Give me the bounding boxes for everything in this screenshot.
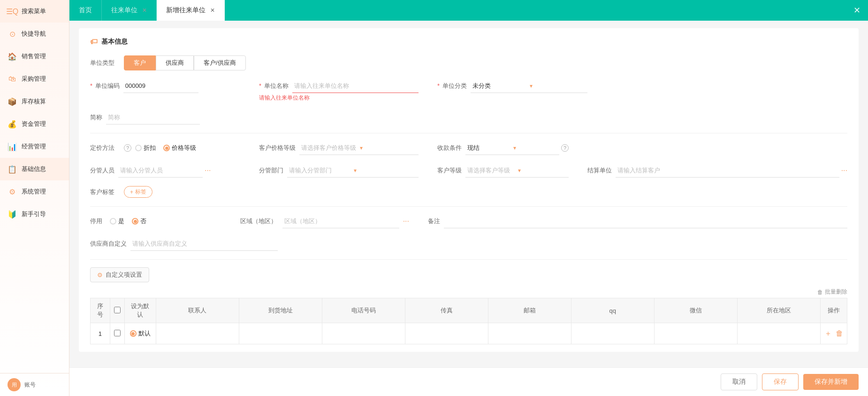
remark-input[interactable] [444, 214, 847, 228]
location-input[interactable] [741, 326, 816, 341]
tab-home[interactable]: 首页 [69, 0, 102, 21]
customer-level-field: 客户等级 请选择客户等级 ▾ [419, 163, 569, 178]
row-address[interactable] [239, 323, 322, 344]
region-field: 区域（地区） ··· [231, 214, 409, 228]
row-actions: ＋ 🗑 [824, 329, 843, 339]
sidebar-label: 系统管理 [22, 187, 46, 196]
row-default-radio[interactable]: 默认 [129, 329, 152, 338]
unit-category-field: * 单位分类 未分类 ▾ [419, 79, 587, 93]
sidebar-item-search-menu[interactable]: ☰Q 搜索菜单 [0, 0, 69, 23]
customer-level-select[interactable]: 请选择客户等级 ▾ [465, 163, 569, 178]
region-more-icon[interactable]: ··· [403, 217, 409, 225]
disable-yes-radio[interactable]: 是 [110, 217, 124, 225]
contact-input[interactable] [160, 326, 235, 341]
manager-input[interactable] [118, 163, 203, 178]
custom-settings-button[interactable]: ⚙ 自定义项设置 [90, 267, 149, 282]
pricing-row: 定价方法 ? 折扣 价格等级 [90, 141, 847, 155]
row-email[interactable] [488, 323, 571, 344]
tab-partner-close[interactable]: ✕ [142, 7, 147, 14]
unit-type-label: 单位类型 [90, 59, 114, 67]
qq-input[interactable] [575, 326, 650, 341]
tab-partner[interactable]: 往来单位 ✕ [102, 0, 157, 21]
customer-level-label: 客户等级 [437, 166, 462, 175]
tab-new-partner[interactable]: 新增往来单位 ✕ [157, 0, 225, 21]
unit-btn-supplier[interactable]: 供应商 [156, 55, 194, 70]
sidebar-item-purchase[interactable]: 🛍 采购管理 [0, 68, 69, 90]
section-title: 🏷 基本信息 [90, 38, 847, 46]
payment-terms-select[interactable]: 现结 ▾ [465, 141, 559, 155]
unit-name-field-wrap: * 单位名称 请输入往来单位名称 [240, 79, 419, 102]
sidebar-label: 资金管理 [22, 120, 46, 128]
settlement-unit-input[interactable] [616, 163, 839, 178]
quick-nav-icon: ⊙ [8, 29, 17, 39]
department-select[interactable]: 请输入分管部门 ▾ [287, 163, 419, 178]
row-contact[interactable] [156, 323, 239, 344]
payment-help-icon[interactable]: ? [561, 144, 569, 152]
unit-btn-both[interactable]: 客户/供应商 [194, 55, 246, 70]
chevron-down-icon-5: ▾ [518, 167, 567, 174]
row-fax[interactable] [405, 323, 488, 344]
row-phone[interactable] [322, 323, 405, 344]
add-row-button[interactable]: ＋ [824, 329, 832, 339]
select-all-checkbox[interactable] [114, 307, 121, 313]
divider-2 [90, 206, 847, 207]
sidebar-item-guide[interactable]: 🔰 新手引导 [0, 203, 69, 225]
address-input[interactable] [243, 326, 318, 341]
sidebar-item-basic-info[interactable]: 📋 基础信息 [0, 158, 69, 180]
radio-circle-no [132, 218, 138, 225]
sidebar-label: 搜索菜单 [22, 7, 46, 16]
settlement-more-icon[interactable]: ··· [841, 166, 847, 175]
sidebar-item-inventory[interactable]: 📦 库存核算 [0, 90, 69, 113]
unit-code-input[interactable] [123, 79, 198, 93]
tab-close-all-button[interactable]: ✕ [846, 0, 868, 21]
email-input[interactable] [492, 326, 567, 341]
pricing-discount-radio[interactable]: 折扣 [135, 144, 156, 152]
divider-3 [90, 259, 847, 260]
unit-btn-customer[interactable]: 客户 [124, 55, 156, 70]
sidebar-item-operations[interactable]: 📊 经营管理 [0, 135, 69, 158]
add-tag-button[interactable]: + 标签 [124, 186, 152, 198]
wechat-input[interactable] [658, 326, 733, 341]
sidebar-item-quick-nav[interactable]: ⊙ 快捷导航 [0, 23, 69, 45]
short-name-input[interactable] [106, 110, 200, 124]
pricing-level-radio[interactable]: 价格等级 [163, 144, 196, 152]
supplier-custom-input[interactable] [130, 237, 278, 251]
payment-terms-field: 收款条件 现结 ▾ ? [419, 141, 569, 155]
cancel-button[interactable]: 取消 [721, 373, 757, 390]
phone-input[interactable] [326, 326, 401, 341]
sidebar: ☰Q 搜索菜单 ⊙ 快捷导航 🏠 销售管理 🛍 采购管理 📦 库存核算 💰 资金… [0, 0, 69, 396]
pricing-help-icon[interactable]: ? [124, 144, 131, 152]
row-checkbox[interactable] [114, 330, 121, 336]
sidebar-label: 经营管理 [22, 142, 46, 151]
tab-partner-label: 往来单位 [111, 6, 137, 15]
disable-label: 停用 [90, 217, 102, 225]
delete-row-button[interactable]: 🗑 [836, 329, 843, 338]
manager-more-icon[interactable]: ··· [205, 166, 211, 175]
unit-code-field: * 单位编码 [90, 79, 240, 93]
customer-price-level-select[interactable]: 请选择客户价格等级 ▾ [299, 141, 419, 155]
save-button[interactable]: 保存 [762, 373, 799, 390]
col-wechat: 微信 [654, 298, 737, 323]
unit-name-input[interactable] [292, 79, 419, 93]
sidebar-item-system[interactable]: ⚙ 系统管理 [0, 180, 69, 203]
region-input[interactable] [282, 214, 399, 228]
row-location[interactable] [737, 323, 820, 344]
sidebar-item-sales[interactable]: 🏠 销售管理 [0, 45, 69, 68]
sidebar-bottom-text: 账号 [24, 381, 36, 389]
section-flag-icon: 🏷 [90, 38, 98, 46]
sales-icon: 🏠 [8, 52, 17, 61]
guide-icon: 🔰 [8, 210, 17, 219]
sidebar-item-finance[interactable]: 💰 资金管理 [0, 113, 69, 135]
tab-new-partner-close[interactable]: ✕ [210, 7, 215, 14]
save-and-new-button[interactable]: 保存并新增 [803, 374, 859, 390]
row-qq[interactable] [571, 323, 654, 344]
fax-input[interactable] [409, 326, 484, 341]
row-default-label: 默认 [138, 329, 151, 338]
disable-no-radio[interactable]: 否 [132, 217, 146, 225]
bottom-bar: 取消 保存 保存并新增 [69, 367, 868, 396]
unit-category-select[interactable]: 未分类 ▾ [471, 79, 587, 93]
row-wechat[interactable] [654, 323, 737, 344]
payment-terms-label: 收款条件 [437, 144, 462, 152]
purchase-icon: 🛍 [8, 74, 17, 84]
batch-delete-button[interactable]: 🗑 批量删除 [817, 288, 847, 296]
